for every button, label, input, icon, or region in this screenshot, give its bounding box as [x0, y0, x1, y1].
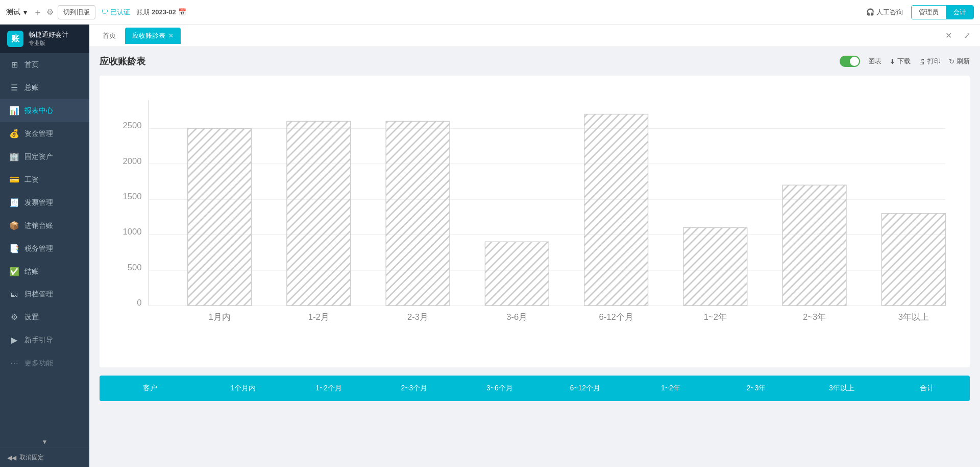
svg-text:3年以上: 3年以上 [898, 312, 929, 322]
tab-bar: 首页 应收账龄表 ✕ ✕ ⤢ [89, 25, 980, 47]
home-icon: ⊞ [9, 60, 19, 69]
app-logo: 账 [7, 31, 23, 47]
chevron-down-icon: ▾ [23, 8, 27, 16]
expand-button[interactable]: ⤢ [960, 29, 974, 43]
sidebar-item-extra[interactable]: ⋯ 更多功能 [0, 352, 89, 375]
sidebar-logo: 账 畅捷通好会计 专业版 [0, 25, 89, 53]
chart-toggle-label: 图表 [868, 57, 881, 66]
report-icon: 📊 [9, 106, 19, 115]
sidebar-item-asset[interactable]: 🏢 固定资产 [0, 145, 89, 168]
sidebar: 账 畅捷通好会计 专业版 ⊞ 首页 ☰ 总账 📊 报表中心 💰 资金管理 [0, 25, 89, 467]
svg-text:1月内: 1月内 [208, 312, 230, 322]
guide-icon: ▶ [9, 335, 19, 345]
settings-icon[interactable]: ⚙ [46, 7, 54, 17]
sidebar-item-settings[interactable]: ⚙ 设置 [0, 306, 89, 329]
sidebar-item-trade[interactable]: 📦 进销台账 [0, 214, 89, 237]
sidebar-label-settle: 结账 [24, 267, 39, 276]
tab-close-icon[interactable]: ✕ [168, 32, 174, 39]
sidebar-item-guide[interactable]: ▶ 新手引导 [0, 329, 89, 352]
th-2-3y: 2~3年 [714, 376, 799, 401]
page-header-actions: 图表 ⬇ 下载 🖨 打印 ↻ 刷新 [840, 56, 970, 67]
svg-rect-18 [386, 121, 450, 306]
sidebar-item-ledger[interactable]: ☰ 总账 [0, 76, 89, 99]
period-info: 账期 2023-02 📅 [136, 8, 186, 17]
svg-text:3-6月: 3-6月 [506, 312, 527, 322]
svg-rect-20 [485, 242, 549, 306]
th-1-2y: 1~2年 [628, 376, 713, 401]
print-button[interactable]: 🖨 打印 [919, 57, 941, 66]
svg-rect-14 [188, 128, 252, 306]
sidebar-label-invoice: 发票管理 [24, 198, 53, 207]
svg-text:2500: 2500 [122, 121, 141, 130]
content-area: 首页 应收账龄表 ✕ ✕ ⤢ 应收账龄表 图表 ⬇ 下载 [89, 25, 980, 467]
header-right: 🎧 人工咨询 管理员 会计 [866, 5, 974, 19]
ledger-icon: ☰ [9, 83, 19, 92]
settle-icon: ✅ [9, 267, 19, 276]
svg-text:2-3月: 2-3月 [407, 312, 428, 322]
tax-icon: 📑 [9, 244, 19, 253]
chart-container: 0 500 1000 1500 2000 2500 [100, 76, 970, 367]
refresh-button[interactable]: ↻ 刷新 [949, 57, 970, 66]
tab-home-label: 首页 [103, 31, 116, 40]
tab-home[interactable]: 首页 [95, 28, 123, 44]
shield-icon: 🛡 [102, 8, 108, 16]
sidebar-item-archive[interactable]: 🗂 归档管理 [0, 283, 89, 306]
manager-tab[interactable]: 管理员 [912, 6, 946, 19]
th-1-2m: 1~2个月 [286, 376, 371, 401]
print-icon: 🖨 [919, 58, 925, 65]
sidebar-label-home: 首页 [24, 60, 39, 69]
project-name: 测试 [6, 8, 20, 17]
sidebar-label-settings: 设置 [24, 313, 39, 322]
asset-icon: 🏢 [9, 152, 19, 161]
sidebar-item-tax[interactable]: 📑 税务管理 [0, 237, 89, 260]
add-icon[interactable]: ＋ [33, 6, 42, 18]
sidebar-label-fund: 资金管理 [24, 129, 53, 138]
unpin-label: 取消固定 [19, 453, 44, 462]
sidebar-item-report[interactable]: 📊 报表中心 [0, 99, 89, 122]
sidebar-item-invoice[interactable]: 🧾 发票管理 [0, 191, 89, 214]
svg-rect-22 [584, 114, 648, 306]
close-window-button[interactable]: ✕ [941, 29, 955, 43]
accountant-tab[interactable]: 会计 [946, 6, 973, 19]
refresh-icon: ↻ [949, 58, 954, 65]
page-header: 应收账龄表 图表 ⬇ 下载 🖨 打印 ↻ 刷新 [100, 55, 970, 67]
svg-text:1~2年: 1~2年 [704, 312, 727, 322]
download-button[interactable]: ⬇ 下载 [890, 57, 911, 66]
svg-text:2000: 2000 [122, 156, 141, 166]
svg-rect-28 [881, 214, 945, 306]
sidebar-label-tax: 税务管理 [24, 244, 53, 253]
chart-toggle[interactable] [840, 56, 860, 67]
svg-text:1000: 1000 [122, 227, 141, 237]
svg-text:6-12个月: 6-12个月 [599, 312, 633, 322]
sidebar-label-wage: 工资 [24, 175, 39, 184]
scroll-down-arrow[interactable]: ▼ [42, 438, 48, 446]
page-title: 应收账龄表 [100, 55, 145, 67]
sidebar-item-home[interactable]: ⊞ 首页 [0, 53, 89, 76]
sidebar-label-archive: 归档管理 [24, 290, 53, 299]
consult-button[interactable]: 🎧 人工咨询 [866, 8, 903, 17]
extra-icon: ⋯ [9, 358, 19, 368]
settings-icon: ⚙ [9, 312, 19, 322]
certified-badge: 🛡 已认证 [102, 8, 130, 17]
tab-ar-aging[interactable]: 应收账龄表 ✕ [125, 28, 181, 44]
unpin-button[interactable]: ◀◀ 取消固定 [0, 448, 89, 467]
th-1m: 1个月内 [201, 376, 286, 401]
sidebar-item-fund[interactable]: 💰 资金管理 [0, 122, 89, 145]
sidebar-item-settle[interactable]: ✅ 结账 [0, 260, 89, 283]
th-2-3m: 2~3个月 [372, 376, 457, 401]
old-version-button[interactable]: 切到旧版 [58, 5, 95, 19]
project-selector[interactable]: 测试 ▾ [6, 8, 27, 17]
archive-icon: 🗂 [9, 290, 19, 299]
bar-chart: 0 500 1000 1500 2000 2500 [110, 86, 960, 355]
app-name: 畅捷通好会计 [29, 31, 68, 39]
sidebar-item-wage[interactable]: 💳 工资 [0, 168, 89, 191]
th-total: 合计 [885, 376, 970, 401]
app-edition: 专业版 [29, 39, 68, 46]
sidebar-nav: ⊞ 首页 ☰ 总账 📊 报表中心 💰 资金管理 🏢 固定资产 💳 工资 [0, 53, 89, 436]
header-actions: ＋ ⚙ 切到旧版 [33, 5, 95, 19]
calendar-icon[interactable]: 📅 [178, 8, 186, 16]
main-layout: 账 畅捷通好会计 专业版 ⊞ 首页 ☰ 总账 📊 报表中心 💰 资金管理 [0, 25, 980, 467]
table-header-row: 客户 1个月内 1~2个月 2~3个月 3~6个月 6~12个月 1~2年 2~… [100, 376, 970, 401]
sidebar-label-trade: 进销台账 [24, 221, 53, 230]
th-3y-plus: 3年以上 [799, 376, 884, 401]
